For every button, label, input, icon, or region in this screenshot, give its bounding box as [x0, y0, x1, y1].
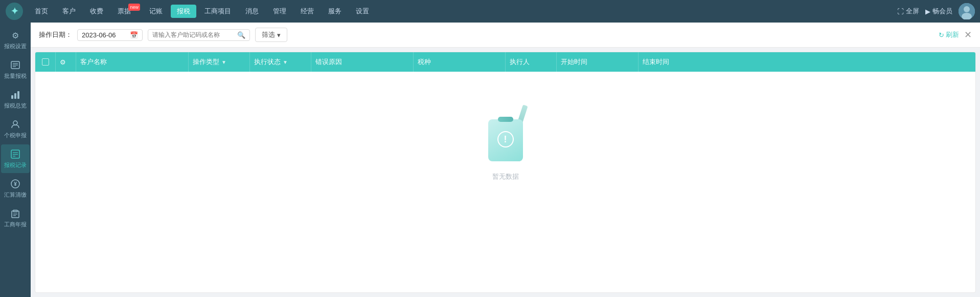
user-avatar[interactable]	[959, 3, 975, 19]
sidebar-item-personal-tax[interactable]: 个税申报	[1, 115, 30, 143]
annual-report-icon	[10, 208, 21, 219]
nav-item-service[interactable]: 服务	[322, 5, 348, 18]
app-logo[interactable]: ✦	[5, 2, 24, 20]
empty-illustration: !	[475, 102, 536, 164]
sidebar-item-tax-settings[interactable]: ⚙ 报税设置	[1, 26, 30, 54]
content-area: 操作日期： 📅 🔍 筛选 ▾ ↻ 刷新 ✕	[31, 23, 980, 297]
exclamation-circle: !	[497, 131, 514, 147]
nav-item-invoice[interactable]: 票据 new	[111, 5, 141, 18]
table-header: ⚙ 客户名称 操作类型 ▼ 执行状态 ▼ 错误原因 税种	[35, 52, 975, 72]
settlement-icon: ¥	[10, 178, 21, 189]
empty-text: 暂无数据	[492, 172, 519, 181]
chevron-down-icon: ▾	[277, 31, 281, 39]
batch-tax-icon	[10, 59, 21, 71]
nav-item-industry[interactable]: 工商项目	[198, 5, 237, 18]
calendar-icon: 📅	[130, 31, 138, 39]
header-executor: 执行人	[506, 52, 557, 72]
right-actions: ⛶ 全屏 ▶ 畅会员	[897, 3, 975, 19]
svg-rect-10	[14, 93, 16, 99]
nav-item-billing[interactable]: 收费	[84, 5, 109, 18]
sort-icon-operation: ▼	[221, 59, 226, 65]
nav-item-tax[interactable]: 报税	[171, 5, 196, 18]
fullscreen-action[interactable]: ⛶ 全屏	[897, 7, 919, 16]
svg-text:✦: ✦	[11, 6, 18, 16]
clipboard-clip	[498, 117, 513, 122]
close-button[interactable]: ✕	[964, 30, 972, 39]
sidebar-item-tax-summary[interactable]: 报税总览	[1, 85, 30, 114]
sidebar: ⚙ 报税设置 批量报税 报税总览	[0, 23, 31, 297]
search-box[interactable]: 🔍	[148, 29, 250, 41]
new-badge: new	[128, 4, 140, 11]
svg-rect-11	[17, 91, 19, 99]
filter-button[interactable]: 筛选 ▾	[255, 28, 287, 42]
nav-item-message[interactable]: 消息	[239, 5, 265, 18]
empty-state: ! 暂无数据	[35, 72, 975, 202]
tax-settings-icon: ⚙	[10, 30, 21, 41]
header-tax-type: 税种	[414, 52, 506, 72]
search-input[interactable]	[152, 31, 234, 38]
sidebar-item-tax-records[interactable]: 报税记录	[1, 144, 30, 173]
header-end-time: 结束时间	[639, 52, 705, 72]
tax-summary-icon	[10, 89, 21, 100]
search-icon: 🔍	[237, 31, 245, 39]
refresh-button[interactable]: ↻ 刷新	[939, 30, 959, 39]
svg-point-3	[964, 6, 970, 12]
top-navigation: ✦ 首页 客户 收费 票据 new 记账 报税 工商项目 消息 管理 经营 服务…	[0, 0, 980, 23]
select-all-checkbox[interactable]	[42, 58, 49, 66]
fullscreen-icon: ⛶	[897, 8, 904, 15]
exclamation-mark: !	[504, 135, 507, 144]
date-picker[interactable]: 📅	[77, 29, 143, 41]
sidebar-item-batch-tax[interactable]: 批量报税	[1, 55, 30, 84]
svg-text:¥: ¥	[14, 181, 17, 187]
nav-items: 首页 客户 收费 票据 new 记账 报税 工商项目 消息 管理 经营 服务 设…	[29, 5, 897, 18]
header-settings[interactable]: ⚙	[56, 52, 76, 72]
nav-item-management[interactable]: 管理	[267, 5, 292, 18]
header-checkbox[interactable]	[35, 52, 56, 72]
header-error-reason: 错误原因	[311, 52, 414, 72]
header-start-time: 开始时间	[557, 52, 639, 72]
date-label: 操作日期：	[39, 30, 72, 39]
table-container: ⚙ 客户名称 操作类型 ▼ 执行状态 ▼ 错误原因 税种	[35, 52, 976, 293]
svg-rect-9	[11, 95, 13, 99]
nav-item-customer[interactable]: 客户	[56, 5, 82, 18]
header-operation-type[interactable]: 操作类型 ▼	[189, 52, 250, 72]
play-icon: ▶	[925, 8, 930, 15]
toolbar: 操作日期： 📅 🔍 筛选 ▾ ↻ 刷新 ✕	[31, 23, 980, 48]
date-input[interactable]	[82, 31, 127, 39]
svg-point-12	[13, 121, 17, 125]
header-customer-name: 客户名称	[76, 52, 189, 72]
nav-item-bookkeeping[interactable]: 记账	[143, 5, 169, 18]
settings-icon: ⚙	[60, 58, 66, 66]
tax-records-icon	[10, 148, 21, 160]
clipboard-body: !	[488, 119, 523, 161]
member-action[interactable]: ▶ 畅会员	[925, 7, 952, 16]
sidebar-item-annual-report[interactable]: 工商年报	[1, 204, 30, 232]
nav-item-finance[interactable]: 经营	[294, 5, 320, 18]
personal-tax-icon	[10, 119, 21, 130]
sidebar-item-settlement[interactable]: ¥ 汇算清缴	[1, 174, 30, 203]
nav-item-home[interactable]: 首页	[29, 5, 54, 18]
header-execution-status[interactable]: 执行状态 ▼	[250, 52, 311, 72]
sort-icon-status: ▼	[283, 59, 288, 65]
main-layout: ⚙ 报税设置 批量报税 报税总览	[0, 23, 980, 297]
refresh-icon: ↻	[939, 31, 944, 39]
nav-item-settings[interactable]: 设置	[350, 5, 375, 18]
